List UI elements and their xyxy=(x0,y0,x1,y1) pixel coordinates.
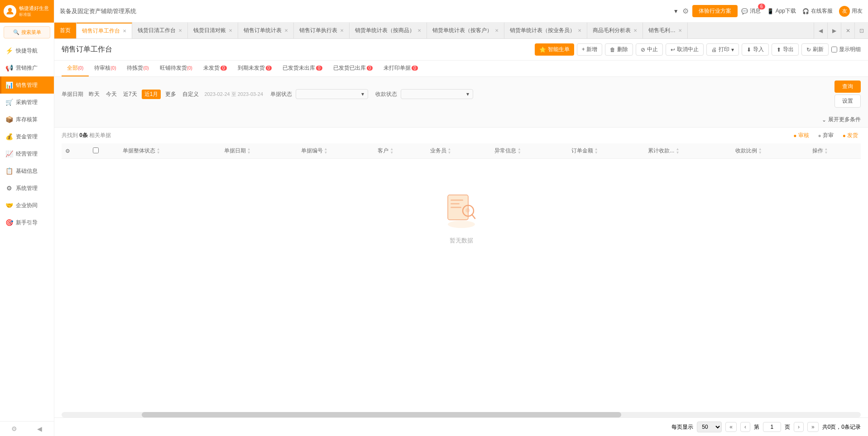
add-button[interactable]: + 新增 xyxy=(577,43,602,56)
show-detail-checkbox[interactable] xyxy=(831,47,837,52)
tab-close-icon[interactable]: ✕ xyxy=(284,28,288,33)
tab-close-icon[interactable]: ✕ xyxy=(229,28,232,33)
date-opt-yesterday[interactable]: 昨天 xyxy=(87,90,101,99)
sidebar-item-finance[interactable]: 💰 资金管理 xyxy=(0,128,54,145)
tab-gross-profit[interactable]: 商品毛利分析表✕ xyxy=(587,23,643,39)
subtab-badge: 0 xyxy=(266,66,272,71)
sidebar-collapse-icon[interactable]: ◀ xyxy=(29,425,51,432)
expand-filter-button[interactable]: ⌄ 展开更多条件 xyxy=(822,116,861,123)
date-opt-today[interactable]: 今天 xyxy=(104,90,119,99)
tab-close-icon[interactable]: ✕ xyxy=(678,28,682,33)
sidebar-item-marketing[interactable]: 📢 营销推广 xyxy=(0,59,54,76)
tab-close-icon[interactable]: ✕ xyxy=(578,28,581,33)
page-input[interactable] xyxy=(763,422,781,432)
page-suffix: 页 xyxy=(785,423,790,431)
filter-bar: 单据日期 昨天 今天 近7天 近1月 更多 自定义 2023-02-24 至 2… xyxy=(54,77,868,128)
date-opt-7days[interactable]: 近7天 xyxy=(121,90,139,99)
select-all-checkbox[interactable] xyxy=(93,147,99,153)
user-group[interactable]: 友 用友 xyxy=(839,6,863,17)
tab-sales-profit[interactable]: 销售毛利…✕ xyxy=(643,23,688,39)
delete-button[interactable]: 🗑 删除 xyxy=(605,43,633,56)
app-download-group[interactable]: 📱 App下载 xyxy=(767,7,796,15)
online-service-group[interactable]: 🎧 在线客服 xyxy=(802,7,833,15)
export-button[interactable]: ⬆ 导出 xyxy=(772,43,799,56)
tab-sales-stat-staff[interactable]: 销货单统计表（按业务员）✕ xyxy=(504,23,587,39)
message-group[interactable]: 💬 6 消息 xyxy=(741,7,761,15)
prev-page-button[interactable]: ‹ xyxy=(740,422,750,432)
tab-sales-stat-goods[interactable]: 销货单统计表（按商品）✕ xyxy=(350,23,427,39)
payment-filter-select[interactable]: ▾ xyxy=(401,89,473,99)
sidebar-item-label: 系统管理 xyxy=(16,185,38,192)
tab-close-all-button[interactable]: ✕ xyxy=(841,23,854,39)
main-area: 装备及固定资产辅助管理系统 ▼ ⚙ 体验行业方案 💬 6 消息 📱 App下载 … xyxy=(54,0,868,436)
refresh-button[interactable]: ↻ 刷新 xyxy=(801,43,829,56)
sidebar-item-sales[interactable]: 📊 销售管理 xyxy=(0,76,54,94)
next-page-button[interactable]: › xyxy=(794,422,804,432)
subtab-shipped-out[interactable]: 已发货已出库0 xyxy=(328,61,379,76)
tab-sales-workbench[interactable]: 销售订单工作台✕ xyxy=(77,23,132,39)
query-button[interactable]: 查询 xyxy=(834,81,861,93)
tab-cash-reconcile[interactable]: 钱货日清对账✕ xyxy=(188,23,238,39)
date-opt-1month[interactable]: 近1月 xyxy=(142,90,161,99)
first-page-button[interactable]: « xyxy=(725,422,737,432)
title-dropdown[interactable]: ▼ xyxy=(673,8,679,14)
table-toolbar: 共找到 0条 相关单据 ● 审核 ● 弃审 ● 发货 xyxy=(54,128,868,143)
tab-close-icon[interactable]: ✕ xyxy=(633,28,637,33)
settings-icon[interactable]: ⚙ xyxy=(65,148,70,154)
phone-icon: 📱 xyxy=(767,8,774,14)
stop-button[interactable]: ⊘ 中止 xyxy=(636,43,663,56)
cancel-stop-button[interactable]: ↩ 取消中止 xyxy=(666,43,704,56)
subtab-all[interactable]: 全部(0) xyxy=(62,61,89,76)
svg-line-7 xyxy=(472,214,475,218)
subtab-overdue-ship[interactable]: 到期未发货0 xyxy=(232,61,278,76)
ship-button[interactable]: ● 发货 xyxy=(840,130,861,141)
sidebar-item-operation[interactable]: 📈 经营管理 xyxy=(0,145,54,162)
tab-sales-exec[interactable]: 销售订单执行表✕ xyxy=(294,23,350,39)
tab-sales-stat-customer[interactable]: 销货单统计表（按客户）✕ xyxy=(427,23,504,39)
tab-close-icon[interactable]: ✕ xyxy=(417,28,421,33)
horizontal-scrollbar[interactable] xyxy=(62,412,861,417)
tab-close-icon[interactable]: ✕ xyxy=(340,28,344,33)
smart-create-button[interactable]: ⭐ 智能生单 xyxy=(535,43,574,56)
subtab-not-printed[interactable]: 未打印单据0 xyxy=(378,61,423,76)
review-button[interactable]: ● 审核 xyxy=(791,130,811,141)
topbar-settings-icon[interactable]: ⚙ xyxy=(682,7,689,15)
last-page-button[interactable]: » xyxy=(807,422,819,432)
experience-button[interactable]: 体验行业方案 xyxy=(692,5,738,17)
sidebar-item-label: 经营管理 xyxy=(16,150,38,158)
sidebar-item-purchase[interactable]: 🛒 采购管理 xyxy=(0,94,54,111)
subtab-badge: 0 xyxy=(367,66,373,71)
sidebar-item-inventory[interactable]: 📦 库存核算 xyxy=(0,111,54,128)
filter-setting-button[interactable]: 设置 xyxy=(834,95,861,108)
tab-prev-button[interactable]: ◀ xyxy=(814,23,827,39)
tab-next-button[interactable]: ▶ xyxy=(827,23,841,39)
sidebar-settings-icon[interactable]: ⚙ xyxy=(4,425,25,432)
tab-home[interactable]: 首页 xyxy=(54,23,77,39)
svg-rect-5 xyxy=(451,207,461,208)
tab-close-icon[interactable]: ✕ xyxy=(178,28,182,33)
tab-cash-daily[interactable]: 钱货日清工作台✕ xyxy=(132,23,188,39)
status-filter-select[interactable]: ▾ xyxy=(296,89,368,99)
tab-sales-stats[interactable]: 销售订单统计表✕ xyxy=(238,23,294,39)
tab-label: 销售订单工作台 xyxy=(82,27,120,35)
print-button[interactable]: 🖨 打印 ▾ xyxy=(706,43,739,56)
subtab-pending-review[interactable]: 待审核(0) xyxy=(89,61,121,76)
search-menu-button[interactable]: 🔍 搜索菜单 xyxy=(4,26,50,38)
sidebar-item-enterprise[interactable]: 🤝 企业协同 xyxy=(0,197,54,214)
subtab-wangpu-pending[interactable]: 旺铺待发货(0) xyxy=(154,61,198,76)
sidebar-item-guide[interactable]: 🎯 新手引导 xyxy=(0,214,54,231)
tab-maximize-button[interactable]: ⊡ xyxy=(854,23,868,39)
subtab-shipped-not-out[interactable]: 已发货未出库0 xyxy=(277,61,328,76)
cancel-review-button[interactable]: ● 弃审 xyxy=(815,130,836,141)
subtab-not-shipped[interactable]: 未发货0 xyxy=(198,61,232,76)
date-opt-more[interactable]: 更多 xyxy=(163,90,178,99)
sidebar-item-system[interactable]: ⚙ 系统管理 xyxy=(0,180,54,197)
subtab-pending-inspect[interactable]: 待拣货(0) xyxy=(121,61,154,76)
date-opt-custom[interactable]: 自定义 xyxy=(181,90,201,99)
tab-close-icon[interactable]: ✕ xyxy=(495,28,499,33)
sidebar-item-quick-nav[interactable]: ⚡ 快捷导航 xyxy=(0,42,54,59)
per-page-select[interactable]: 102050100 xyxy=(697,422,722,432)
tab-close-icon[interactable]: ✕ xyxy=(123,28,126,33)
import-button[interactable]: ⬇ 导入 xyxy=(742,43,769,56)
sidebar-item-basic[interactable]: 📋 基础信息 xyxy=(0,162,54,180)
